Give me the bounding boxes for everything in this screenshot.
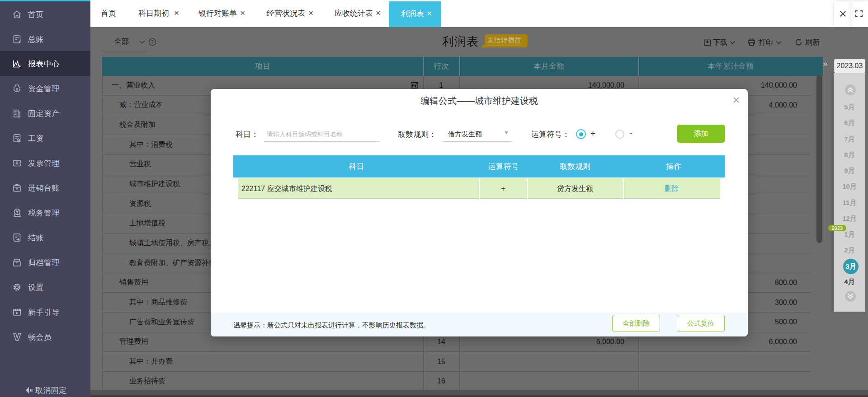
- svg-text:?: ?: [151, 39, 154, 45]
- svg-text:¥: ¥: [16, 87, 18, 92]
- svg-text:¥: ¥: [19, 39, 21, 43]
